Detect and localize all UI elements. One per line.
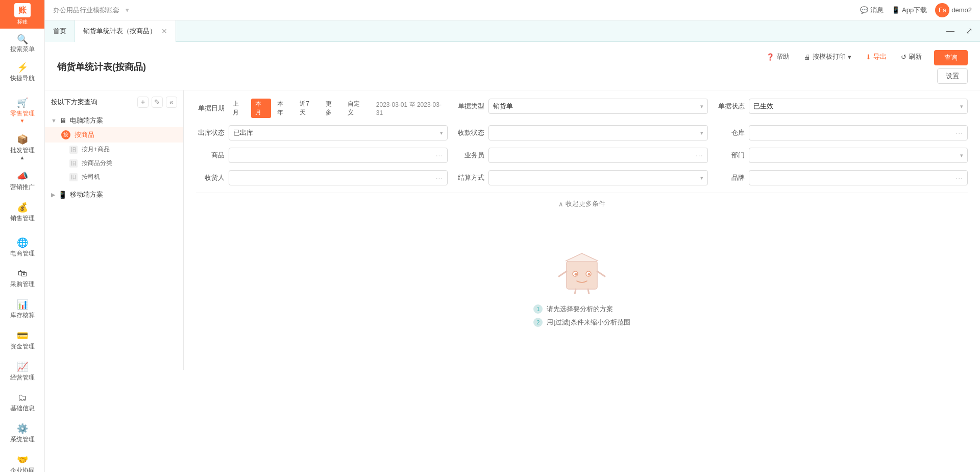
by-category-icon: 旧 [69, 159, 78, 168]
docstatus-label: 单据状态 [716, 102, 745, 111]
tab-maximize-btn[interactable]: ⤢ [962, 24, 976, 38]
brand-control[interactable]: ··· [749, 170, 968, 185]
sidebar-search[interactable]: 🔍 搜索菜单 [0, 29, 44, 57]
tree-section-mobile-header[interactable]: ▶ 📱 移动端方案 [45, 188, 183, 201]
app-logo: 账 标账 [0, 0, 45, 29]
message-btn[interactable]: 💬 消息 [860, 6, 884, 15]
filter-group-dept: 部门 ▾ [716, 148, 968, 163]
help-btn[interactable]: ❓ 帮助 [762, 50, 794, 63]
add-scheme-btn[interactable]: ＋ [137, 97, 149, 108]
sidebar-item-enterprise[interactable]: 🤝 企业协同 [0, 449, 44, 472]
outstatus-control[interactable]: 已出库 ▾ [229, 125, 448, 140]
tree-section-pc-header[interactable]: ▼ 🖥 电脑端方案 [45, 114, 183, 127]
warehouse-dots: ··· [955, 129, 963, 137]
warehouse-control[interactable]: ··· [749, 125, 968, 140]
filter-group-brand: 品牌 ··· [716, 170, 968, 185]
tree-mobile-arrow: ▶ [51, 192, 55, 198]
settlement-control[interactable]: ▾ [488, 170, 707, 185]
query-button[interactable]: 查询 [934, 50, 968, 65]
salesperson-control[interactable]: ··· [488, 148, 707, 163]
sidebar-item-ecommerce[interactable]: 🌐 电商管理 [0, 232, 44, 263]
tab-close-btn[interactable]: ✕ [161, 27, 167, 35]
tab-home[interactable]: 首页 [45, 20, 75, 42]
brand-label: 品牌 [716, 173, 745, 182]
edit-scheme-btn[interactable]: ✎ [152, 97, 163, 108]
tree-item-by-month-product[interactable]: 旧 按月+商品 [45, 143, 183, 156]
page-header: 销货单统计表(按商品) ❓ 帮助 🖨 按模板打印 ▾ ⬇ [45, 42, 980, 90]
doctype-control[interactable]: 销货单 ▾ [488, 99, 707, 114]
product-label: 商品 [196, 151, 225, 160]
outstatus-label: 出库状态 [196, 128, 225, 137]
empty-state: 1 请先选择要分析的方案 2 用[过滤]条件来缩小分析范围 [196, 213, 968, 362]
date-tab-more[interactable]: 更多 [322, 99, 342, 118]
sidebar-item-basic[interactable]: 🗂 基础信息 [0, 387, 44, 418]
sidebar-item-inventory[interactable]: 📊 库存核算 [0, 294, 44, 325]
salesperson-dots: ··· [696, 151, 703, 159]
setting-button[interactable]: 设置 [937, 68, 968, 84]
user-profile-btn[interactable]: Ea demo2 [935, 3, 972, 17]
left-panel: 按以下方案查询 ＋ ✎ « ▼ 🖥 电脑端方案 [45, 90, 184, 370]
consignee-control[interactable]: ··· [229, 170, 448, 185]
sidebar-item-operations[interactable]: 📈 经营管理 [0, 356, 44, 387]
app-download-btn[interactable]: 📱 App下载 [892, 6, 927, 15]
outstatus-value: 已出库 [233, 128, 438, 137]
warehouse-label: 仓库 [716, 128, 745, 137]
collapse-icon: ∧ [558, 200, 564, 208]
filter-group-date: 单据日期 上月 本月 本年 近7天 更多 自定义 20 [196, 99, 448, 118]
export-btn[interactable]: ⬇ 导出 [862, 50, 891, 63]
system-label: 系统管理 [10, 435, 35, 444]
filter-group-consignee: 收货人 ··· [196, 170, 448, 185]
step-2-text: 用[过滤]条件来缩小分析范围 [547, 318, 630, 327]
filter-group-receiptstatus: 收款状态 ▾ [456, 125, 707, 140]
retail-icon: 🛒 [17, 97, 28, 108]
tree-item-by-product[interactable]: 按 按商品 [45, 127, 183, 143]
date-label: 单据日期 [196, 104, 225, 113]
sidebar-item-system[interactable]: ⚙️ 系统管理 [0, 418, 44, 449]
date-tab-lastmonth[interactable]: 上月 [229, 99, 249, 118]
outstatus-arrow: ▾ [440, 130, 443, 136]
dept-control[interactable]: ▾ [749, 148, 968, 163]
sidebar-item-marketing[interactable]: 📣 营销推广 [0, 166, 44, 197]
collapse-panel-btn[interactable]: « [166, 97, 177, 108]
tab-minimize-btn[interactable]: — [943, 24, 958, 38]
step-num-2: 2 [533, 318, 543, 327]
topbar: 办公用品行业模拟账套 ▾ 💬 消息 📱 App下载 Ea demo2 [45, 0, 980, 20]
wholesale-arrow: ▲ [20, 155, 25, 160]
tree-item-by-category[interactable]: 旧 按商品分类 [45, 156, 183, 170]
filter-group-docstatus: 单据状态 已生效 ▾ [716, 99, 968, 114]
print-icon: 🖨 [804, 53, 811, 61]
filter-group-salesperson: 业务员 ··· [456, 148, 707, 163]
svg-rect-0 [567, 261, 597, 289]
sidebar-item-quick-nav[interactable]: ⚡ 快捷导航 [0, 57, 44, 88]
by-driver-icon: 旧 [69, 173, 78, 181]
filter-group-warehouse: 仓库 ··· [716, 125, 968, 140]
topbar-right: 💬 消息 📱 App下载 Ea demo2 [860, 3, 972, 17]
tree-item-by-driver[interactable]: 旧 按司机 [45, 170, 183, 184]
product-control[interactable]: ··· [229, 148, 448, 163]
finance-label: 资金管理 [10, 342, 35, 351]
sidebar-item-retail[interactable]: 🛒 零售管理 ▼ [0, 92, 44, 129]
message-label: 消息 [870, 6, 884, 15]
date-tab-thismonth[interactable]: 本月 [251, 99, 272, 118]
by-month-label: 按月+商品 [82, 145, 110, 154]
date-tab-custom[interactable]: 自定义 [344, 99, 370, 118]
system-icon: ⚙️ [17, 423, 28, 434]
sidebar-item-wholesale[interactable]: 📦 批发管理 ▲ [0, 129, 44, 166]
sidebar-item-purchase[interactable]: 🛍 采购管理 [0, 263, 44, 294]
sidebar-item-finance[interactable]: 💳 资金管理 [0, 325, 44, 356]
receiptstatus-control[interactable]: ▾ [488, 125, 707, 140]
by-driver-label: 按司机 [82, 173, 100, 181]
filter-group-product: 商品 ··· [196, 148, 448, 163]
help-label: 帮助 [776, 52, 790, 61]
sidebar-item-sales[interactable]: 💰 销售管理 [0, 197, 44, 228]
refresh-btn[interactable]: ↺ 刷新 [897, 50, 926, 63]
tab-sales-stats[interactable]: 销货单统计表（按商品） ✕ [75, 20, 176, 42]
date-tab-7days[interactable]: 近7天 [296, 99, 319, 118]
print-btn[interactable]: 🖨 按模板打印 ▾ [800, 50, 855, 63]
collapse-btn[interactable]: ∧ 收起更多条件 [552, 197, 611, 210]
tree-mobile-label: 移动端方案 [70, 190, 103, 199]
dept-label: 部门 [716, 151, 745, 160]
date-tab-thisyear[interactable]: 本年 [273, 99, 293, 118]
docstatus-control[interactable]: 已生效 ▾ [749, 99, 968, 114]
left-panel-header: 按以下方案查询 ＋ ✎ « [45, 97, 183, 112]
